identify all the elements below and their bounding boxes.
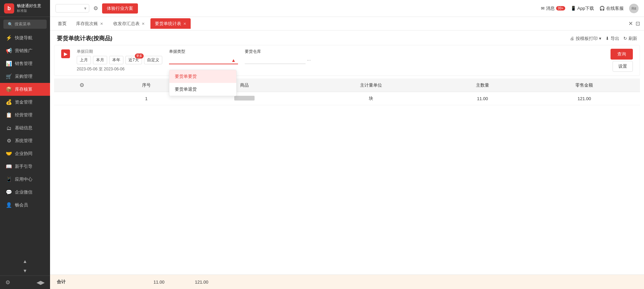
sidebar-item-guide[interactable]: 📖 新手引导: [0, 160, 50, 173]
trial-btn[interactable]: 体验行业方案: [102, 3, 138, 14]
app-download-item[interactable]: 📱 App下载: [571, 5, 594, 12]
sidebar-item-inventory[interactable]: 📦 库存核算: [0, 83, 50, 96]
table-wrap: ⚙ 序号 商品 主计量单位 主数量 零售金额 1: [50, 79, 644, 274]
appstore-icon: 📱: [5, 176, 12, 182]
purchase-icon: 🛒: [5, 73, 12, 80]
sidebar-item-label: 系统管理: [15, 138, 32, 144]
settings-icon[interactable]: ⚙: [5, 279, 10, 286]
collapse-icon[interactable]: ◀▶: [37, 279, 45, 286]
sidebar-item-label: 营销推广: [15, 48, 32, 54]
page-title-bar: 要货单统计表(按商品) 🖨 按模板打印 ▾ ⬇ 导出 ↻ 刷新: [50, 30, 644, 45]
header-right: ✉ 消息 99+ 📱 App下载 🎧 在线客服 Rit: [541, 4, 639, 13]
sidebar-item-cooperation[interactable]: 🤝 企业协同: [0, 147, 50, 160]
filter-expand-btn[interactable]: ▶: [61, 49, 70, 58]
store-select-wrap: 41: [55, 4, 89, 13]
guide-icon: 📖: [5, 163, 12, 170]
store-select[interactable]: 41: [55, 4, 89, 13]
print-template-btn[interactable]: 🖨 按模板打印 ▾: [570, 36, 601, 42]
sidebar-item-label: 库存核算: [15, 86, 32, 92]
sidebar-search[interactable]: 🔍 搜索菜单: [3, 20, 47, 29]
sidebar-item-shortcut[interactable]: ⚡ 快捷导航: [0, 31, 50, 44]
sidebar-item-label: 企业微信: [15, 189, 32, 195]
online-service-item[interactable]: 🎧 在线客服: [599, 5, 624, 12]
export-btn[interactable]: ⬇ 导出: [605, 36, 619, 42]
hot-tag: 更多: [135, 53, 144, 59]
col-settings[interactable]: ⚙: [54, 79, 110, 92]
tab-home[interactable]: 首页: [54, 18, 70, 29]
tab-receivable-summary-label: 收发存汇总表: [113, 21, 140, 27]
dropdown-item-requisition-return[interactable]: 要货单退货: [169, 83, 236, 96]
close-window-btn[interactable]: ✕: [628, 20, 633, 27]
sidebar-item-finance[interactable]: 💰 资金管理: [0, 96, 50, 109]
sidebar-item-sales[interactable]: 📊 销售管理: [0, 57, 50, 70]
col-unit: 主计量单位: [306, 79, 436, 92]
sidebar-scroll-up[interactable]: ▲: [0, 257, 50, 266]
query-btn[interactable]: 查询: [611, 49, 633, 60]
filter-warehouse-input[interactable]: [245, 56, 306, 64]
sales-icon: 📊: [5, 61, 12, 67]
maximize-window-btn[interactable]: ⊡: [636, 20, 640, 27]
messages-icon: ✉: [541, 6, 545, 11]
tabs-right: ✕ ⊡: [628, 20, 640, 27]
sidebar-footer: ⚙ ◀▶: [0, 275, 50, 289]
filter-type-input[interactable]: [169, 56, 238, 64]
sidebar-item-appstore[interactable]: 📱 应用中心: [0, 173, 50, 186]
filter-custom-btn[interactable]: 自定义: [144, 56, 162, 64]
messages-item[interactable]: ✉ 消息 99+: [541, 5, 565, 12]
sidebar-item-purchase[interactable]: 🛒 采购管理: [0, 70, 50, 83]
table-settings-icon[interactable]: ⚙: [79, 82, 84, 88]
filter-curr-month-btn[interactable]: 本月: [93, 56, 107, 64]
filter-7days-btn[interactable]: 近7天 更多: [125, 56, 142, 64]
tab-inventory-batch[interactable]: 库存批次账 ✕: [72, 18, 108, 29]
sidebar-item-label: 基础信息: [15, 125, 32, 131]
user-avatar[interactable]: Rit: [629, 4, 639, 13]
app-download-label: App下载: [577, 5, 594, 12]
inventory-icon: 📦: [5, 86, 12, 92]
sidebar-item-label: 销售管理: [15, 61, 32, 67]
tab-requisition-summary[interactable]: 要货单统计表 ✕: [150, 18, 191, 29]
search-label: 搜索菜单: [15, 21, 31, 27]
export-label: 导出: [611, 36, 619, 42]
refresh-btn[interactable]: ↻ 刷新: [623, 36, 637, 42]
filter-warehouse-more-icon[interactable]: ···: [307, 57, 311, 63]
filter-actions-right: 查询 设置: [611, 49, 633, 72]
cell-amount: 121.00: [529, 92, 640, 105]
sidebar-scroll-down[interactable]: ▼: [0, 266, 50, 275]
sidebar-item-marketing[interactable]: 📢 营销推广: [0, 44, 50, 57]
messages-label: 消息: [546, 5, 555, 12]
tab-receivable-summary[interactable]: 收发存汇总表 ✕: [109, 18, 149, 29]
filter-date-row: 上月 本月 本年 近7天 更多 自定义: [77, 56, 162, 64]
cell-unit: 块: [306, 92, 436, 105]
cell-qty: 11.00: [436, 92, 529, 105]
header-gear-icon[interactable]: ⚙: [93, 5, 98, 12]
sidebar-item-wechat[interactable]: 💬 企业微信: [0, 186, 50, 199]
sidebar-item-basics[interactable]: 🗂 基础信息: [0, 121, 50, 134]
table-footer: 合计 11.00 121.00: [50, 274, 644, 289]
finance-icon: 💰: [5, 99, 12, 105]
online-service-label: 在线客服: [606, 5, 624, 12]
download-icon: 📱: [571, 6, 576, 11]
dropdown-item-requisition-order[interactable]: 要货单要货: [169, 70, 236, 83]
sidebar-item-label: 资金管理: [15, 99, 32, 105]
sidebar-item-member[interactable]: 👤 畅会员: [0, 199, 50, 212]
filter-type-dropdown: 要货单要货 要货单退货: [169, 70, 237, 96]
dropdown-menu: 要货单要货 要货单退货: [169, 70, 237, 96]
close-tab-requisition[interactable]: ✕: [183, 22, 186, 26]
page-actions: 🖨 按模板打印 ▾ ⬇ 导出 ↻ 刷新: [570, 36, 637, 42]
filter-prev-month-btn[interactable]: 上月: [77, 56, 91, 64]
operations-icon: 📋: [5, 112, 12, 118]
close-tab-receivable[interactable]: ✕: [142, 22, 145, 26]
header-left: 41 ⚙ 体验行业方案: [55, 3, 138, 14]
tabs-bar: 首页 库存批次账 ✕ 收发存汇总表 ✕ 要货单统计表 ✕ ✕ ⊡: [50, 17, 644, 30]
settings-btn[interactable]: 设置: [613, 61, 633, 72]
sidebar-item-system[interactable]: ⚙ 系统管理: [0, 134, 50, 147]
refresh-icon: ↻: [623, 36, 627, 41]
sidebar-item-label: 新手引导: [15, 163, 32, 170]
print-chevron[interactable]: ▾: [599, 36, 601, 41]
filter-type-chevron-icon[interactable]: ▲: [231, 58, 236, 63]
page-content: 要货单统计表(按商品) 🖨 按模板打印 ▾ ⬇ 导出 ↻ 刷新 ▶: [50, 30, 644, 289]
close-tab-inventory-batch[interactable]: ✕: [100, 22, 103, 26]
sidebar-item-operations[interactable]: 📋 经营管理: [0, 109, 50, 121]
filter-year-btn[interactable]: 本年: [109, 56, 123, 64]
refresh-label: 刷新: [628, 36, 637, 42]
